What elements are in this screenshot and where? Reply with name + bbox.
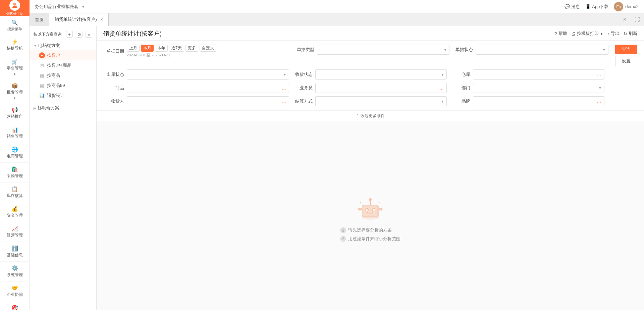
receiver-input[interactable]: … bbox=[127, 96, 289, 106]
sidebar-item-enterprise[interactable]: 🤝 企业协同 bbox=[0, 281, 29, 301]
date-btn-last-month[interactable]: 上月 bbox=[127, 45, 140, 52]
refresh-label: 刷新 bbox=[629, 31, 637, 37]
collapse-btn[interactable]: ⌃ 收起更多条件 bbox=[97, 111, 644, 121]
sidebar-item-ecommerce[interactable]: 🌐 电商管理 bbox=[0, 143, 29, 163]
sidebar-item-wholesale[interactable]: 📦 批发管理 ▲ bbox=[0, 79, 29, 103]
out-status-select[interactable] bbox=[127, 69, 289, 80]
order-status-select[interactable] bbox=[476, 45, 608, 55]
warehouse-input[interactable]: … bbox=[473, 69, 604, 80]
sidebar-item-finance[interactable]: 💰 资金管理 bbox=[0, 202, 29, 222]
receiver-label: 收货人 bbox=[103, 98, 127, 104]
message-btn[interactable]: 💬 消息 bbox=[565, 4, 580, 10]
date-btn-more[interactable]: 更多 bbox=[185, 45, 198, 52]
sidebar-item-search[interactable]: 🔍 搜索菜单 bbox=[0, 16, 29, 35]
guide-icon: 🎯 bbox=[11, 305, 18, 310]
user-avatar: Ea bbox=[614, 2, 623, 11]
sidebar-item-marketing[interactable]: 📢 营销推广 bbox=[0, 103, 29, 123]
tip-num-2: 2 bbox=[340, 236, 346, 242]
sidebar-item-purchase[interactable]: 🛍️ 采购管理 bbox=[0, 163, 29, 183]
marketing-icon: 📢 bbox=[11, 107, 18, 113]
brand-input[interactable]: … bbox=[473, 96, 604, 106]
date-picker: 上月 本月 本年 近7天 更多 自定义 2023-03-01 至 2023-03… bbox=[127, 45, 291, 58]
sidebar-item-operations[interactable]: 📈 经营管理 bbox=[0, 222, 29, 242]
scheme-by-customer-goods[interactable]: ⊞ 按客户+商品 bbox=[30, 60, 96, 70]
refresh-btn[interactable]: ↻ 刷新 bbox=[624, 31, 637, 37]
tab-close-icon[interactable]: × bbox=[100, 17, 103, 22]
goods-input[interactable]: … bbox=[127, 83, 289, 93]
date-btn-this-month[interactable]: 本月 bbox=[141, 45, 154, 52]
app-download-btn[interactable]: 📱 App下载 bbox=[585, 4, 608, 10]
empty-tips: 1 请先选择要分析的方案 2 用过滤条件来缩小分析范围 bbox=[340, 227, 400, 242]
help-icon: ? bbox=[554, 31, 557, 36]
collapse-panel-btn[interactable]: « bbox=[86, 31, 92, 38]
window-maximize-btn[interactable]: ⛶ bbox=[631, 17, 644, 23]
date-range-text: 2023-03-01 至 2023-03-31 bbox=[127, 53, 291, 58]
sidebar-item-retail[interactable]: 🛒 零售管理 ▲ bbox=[0, 55, 29, 79]
scheme-by-goods99[interactable]: ▦ 按商品99 bbox=[30, 81, 96, 91]
query-btn[interactable]: 查询 bbox=[615, 45, 637, 54]
header-breadcrumb: 办公用品行业模拟账套 bbox=[35, 4, 78, 10]
tip-num-1: 1 bbox=[340, 227, 346, 233]
sidebar-item-quick[interactable]: ⚡ 快捷导航 bbox=[0, 35, 29, 55]
add-scheme-btn[interactable]: + bbox=[66, 31, 73, 38]
settings-btn[interactable]: 设置 bbox=[615, 56, 637, 66]
print-dropdown-icon: ▼ bbox=[600, 32, 603, 36]
sidebar-item-basic[interactable]: ℹ️ 基础信息 bbox=[0, 242, 29, 262]
scheme-return-stats-label: 退货统计 bbox=[47, 93, 64, 99]
scheme-return-stats[interactable]: 📊 退货统计 bbox=[30, 91, 96, 101]
print-icon: 🖨 bbox=[571, 31, 576, 36]
sidebar-item-system[interactable]: ⚙️ 系统管理 bbox=[0, 262, 29, 281]
filter-order-type-cell: 单据类型 ▼ bbox=[293, 45, 450, 55]
help-btn[interactable]: ? 帮助 bbox=[554, 31, 567, 37]
scheme-by-goods[interactable]: ▦ 按商品 bbox=[30, 70, 96, 81]
svg-rect-11 bbox=[379, 208, 383, 210]
tip-1-text: 请先选择要分析的方案 bbox=[348, 227, 392, 233]
export-btn[interactable]: ↑ 导出 bbox=[607, 31, 620, 37]
order-type-select[interactable] bbox=[317, 45, 450, 55]
tab-home[interactable]: 首页 bbox=[30, 13, 49, 26]
payment-status-label: 收款状态 bbox=[292, 71, 315, 78]
tab-bar: 首页 销货单统计计(按客户) × × ⛶ bbox=[30, 13, 644, 26]
date-btn-custom[interactable]: 自定义 bbox=[200, 45, 216, 52]
collapse-label: 收起更多条件 bbox=[361, 113, 385, 119]
purchase-icon: 🛍️ bbox=[11, 166, 18, 172]
logo-text: 销售好生意 bbox=[6, 11, 23, 16]
panel-header: 按以下方案查询 + ⊙ « bbox=[30, 29, 96, 40]
mobile-scheme-parent[interactable]: ▶ 移动端方案 bbox=[30, 103, 96, 113]
download-icon: 📱 bbox=[585, 4, 591, 9]
payment-method-select[interactable] bbox=[315, 96, 447, 106]
brand-label: 品牌 bbox=[449, 98, 473, 104]
app-logo: 销售好生意 bbox=[0, 0, 30, 16]
basic-icon: ℹ️ bbox=[11, 245, 18, 252]
window-close-btn[interactable]: × bbox=[619, 16, 631, 23]
scheme-settings-btn[interactable]: ⊙ bbox=[76, 31, 83, 38]
tab-active[interactable]: 销货单统计计(按客户) × bbox=[49, 13, 109, 26]
filter-receiver-cell: 收货人 … bbox=[103, 96, 289, 106]
date-btn-7days[interactable]: 近7天 bbox=[169, 45, 184, 52]
help-label: 帮助 bbox=[558, 31, 567, 37]
left-panel: 按以下方案查询 + ⊙ « ▼ 电脑端方案 ● bbox=[30, 26, 97, 310]
print-btn[interactable]: 🖨 按模板打印 ▼ bbox=[571, 31, 603, 37]
scheme-by-customer[interactable]: ● 按客户 bbox=[30, 50, 96, 60]
user-info[interactable]: Ea demo2 bbox=[614, 2, 639, 11]
breadcrumb-dropdown-icon[interactable]: ▼ bbox=[81, 4, 85, 9]
quick-label: 快捷导航 bbox=[7, 46, 23, 51]
payment-status-select[interactable] bbox=[315, 69, 447, 80]
sidebar-item-inventory[interactable]: 📋 库存核算 bbox=[0, 183, 29, 202]
salesperson-dots: … bbox=[439, 85, 444, 91]
salesperson-input[interactable]: … bbox=[315, 83, 447, 93]
print-label: 按模板打印 bbox=[577, 31, 599, 37]
desktop-scheme-parent[interactable]: ▼ 电脑端方案 bbox=[30, 41, 96, 50]
department-select[interactable] bbox=[473, 83, 604, 93]
sidebar-item-sales[interactable]: 📊 销售管理 bbox=[0, 123, 29, 143]
filter-row-3: 商品 … 业务员 … 部门 bbox=[103, 83, 637, 93]
system-icon: ⚙️ bbox=[11, 265, 18, 271]
sidebar-item-guide[interactable]: 🎯 新手引导 bbox=[0, 301, 29, 310]
order-type-select-wrapper: ▼ bbox=[317, 45, 450, 55]
filter-row-2: 出库状态 ▼ 收款状态 bbox=[103, 69, 637, 80]
scheme-by-customer-label: 按客户 bbox=[47, 52, 60, 58]
date-btn-this-year[interactable]: 本年 bbox=[155, 45, 168, 52]
empty-state: ✦ ✦ • 1 请先选择要分析的方案 2 用过滤条件来缩小分析范围 bbox=[97, 121, 644, 310]
desktop-scheme-section: ▼ 电脑端方案 ● 按客户 ⊞ 按客户+商品 ▦ 按商品 bbox=[30, 40, 96, 102]
system-label: 系统管理 bbox=[7, 272, 23, 278]
